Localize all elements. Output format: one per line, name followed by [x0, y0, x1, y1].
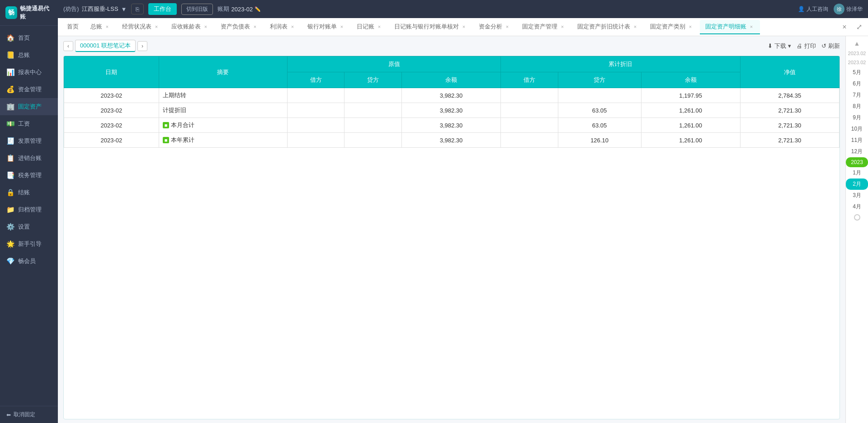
sidebar-item-sales[interactable]: 📋 进销台账 — [0, 150, 58, 167]
breadcrumb-prev-button[interactable]: ‹ — [63, 41, 73, 51]
timeline-year-badge-2023[interactable]: 2023 — [846, 157, 868, 167]
sidebar-unpin-button[interactable]: ⬅ 取消固定 — [0, 406, 58, 423]
workbench-button[interactable]: 工作台 — [148, 3, 177, 15]
tab-close-bank_stmt[interactable]: × — [339, 24, 345, 30]
company-selector[interactable]: (劝告) 江西服垂-LSS ▼ — [63, 5, 127, 13]
timeline-dot[interactable] — [854, 214, 860, 221]
tab-label-home: 首页 — [67, 23, 79, 31]
sidebar-label-settings: 设置 — [18, 223, 30, 231]
switch-version-button[interactable]: 切到旧版 — [181, 4, 213, 15]
cell-net: 2,721.30 — [740, 103, 839, 118]
cell-summary: 计提折旧 — [159, 103, 287, 118]
cell-debit2 — [501, 133, 558, 148]
company-prefix: (劝告) — [63, 5, 79, 13]
period-edit-icon[interactable]: ✏️ — [255, 6, 261, 12]
tab-close-fixed_mgmt[interactable]: × — [559, 24, 566, 30]
breadcrumb-current[interactable]: 000001 联想笔记本 — [75, 40, 136, 52]
cell-debit1 — [288, 118, 344, 133]
human-service-button[interactable]: 👤 人工咨询 — [798, 5, 828, 13]
timeline-month-3月[interactable]: 3月 — [846, 190, 868, 201]
col-debit1-header: 借方 — [288, 72, 344, 88]
col-date-header: 日期 — [64, 56, 159, 88]
expand-tabs-button[interactable]: ⤢ — [854, 22, 864, 33]
download-button[interactable]: ⬇ 下载 ▾ — [768, 42, 791, 50]
tab-journal[interactable]: 日记账× — [351, 20, 388, 34]
timeline-month-12月[interactable]: 12月 — [846, 146, 868, 157]
sidebar-label-sales: 进销台账 — [18, 154, 42, 162]
tab-ledger[interactable]: 总账× — [85, 20, 116, 34]
tab-fixed_mgmt[interactable]: 固定资产管理× — [517, 20, 571, 34]
tab-fixed_category[interactable]: 固定资产类别× — [645, 20, 699, 34]
breadcrumb-next-button[interactable]: › — [137, 41, 147, 51]
timeline-month-6月[interactable]: 6月 — [846, 78, 868, 89]
tab-reconcile[interactable]: 日记账与银行对账单核对× — [389, 20, 472, 34]
timeline-month-10月[interactable]: 10月 — [846, 123, 868, 135]
print-button[interactable]: 🖨 打印 — [797, 42, 816, 50]
sidebar-item-archive[interactable]: 📁 归档管理 — [0, 201, 58, 218]
copy-button[interactable]: ⎘ — [131, 4, 144, 14]
refresh-button[interactable]: ↺ 刷新 — [821, 42, 840, 50]
content-wrapper: ‹ 000001 联想笔记本 › ⬇ 下载 ▾ 🖨 打印 — [58, 36, 845, 423]
tab-fixed_depreciation[interactable]: 固定资产折旧统计表× — [572, 20, 644, 34]
sidebar-item-settings[interactable]: ⚙️ 设置 — [0, 218, 58, 235]
sidebar-item-close[interactable]: 🔒 结账 — [0, 184, 58, 201]
pin-icon: ⬅ — [6, 412, 11, 418]
tab-close-fixed_detail[interactable]: × — [748, 24, 755, 30]
tab-label-ledger: 总账 — [90, 23, 102, 31]
tab-close-assets_liab[interactable]: × — [252, 24, 258, 30]
sidebar-item-tax[interactable]: 📑 税务管理 — [0, 167, 58, 184]
sidebar-item-home[interactable]: 🏠 首页 — [0, 29, 58, 47]
tab-close-ledger[interactable]: × — [104, 24, 110, 30]
logo-icon: 畅 — [5, 6, 17, 19]
close-all-tabs-button[interactable]: × — [839, 22, 850, 33]
timeline-month-8月[interactable]: 8月 — [846, 101, 868, 112]
tab-receivable[interactable]: 应收账龄表× — [166, 20, 214, 34]
service-icon: 👤 — [798, 6, 805, 12]
tab-bank_stmt[interactable]: 银行对账单× — [302, 20, 350, 34]
funds-icon: 💰 — [6, 85, 14, 94]
cell-balance1: 3,982.30 — [401, 103, 500, 118]
logo-text: 畅捷通易代账 — [20, 5, 52, 21]
col-debit2-header: 借方 — [501, 72, 558, 88]
tab-close-fixed_depreciation[interactable]: × — [632, 24, 638, 30]
timeline-up-button[interactable]: ▲ — [852, 38, 862, 49]
tab-close-fund_analysis[interactable]: × — [504, 24, 510, 30]
timeline-month-9月[interactable]: 9月 — [846, 112, 868, 123]
timeline-month-4月[interactable]: 4月 — [846, 201, 868, 212]
tab-profit[interactable]: 利润表× — [264, 20, 301, 34]
sidebar-item-salary[interactable]: 💵 工资 — [0, 115, 58, 132]
tab-close-fixed_category[interactable]: × — [687, 24, 693, 30]
sidebar-item-reports[interactable]: 📊 报表中心 — [0, 64, 58, 81]
sidebar-item-fixed[interactable]: 🏢 固定资产 — [0, 98, 58, 115]
tab-close-reconcile[interactable]: × — [461, 24, 467, 30]
tab-assets_liab[interactable]: 资产负债表× — [215, 20, 264, 34]
sidebar-item-ledger[interactable]: 📒 总账 — [0, 47, 58, 64]
sidebar-item-guide[interactable]: 🌟 新手引导 — [0, 235, 58, 253]
tax-icon: 📑 — [6, 171, 14, 179]
timeline-month-11月[interactable]: 11月 — [846, 135, 868, 146]
tab-status[interactable]: 经营状况表× — [117, 20, 165, 34]
tab-close-status[interactable]: × — [153, 24, 160, 30]
table-row: 2023-02 计提折旧 3,982.30 63.05 1,261.00 2,7… — [64, 103, 840, 118]
content-area: ‹ 000001 联想笔记本 › ⬇ 下载 ▾ 🖨 打印 — [58, 36, 868, 423]
tab-home[interactable]: 首页 — [61, 20, 84, 34]
tab-close-receivable[interactable]: × — [203, 24, 209, 30]
cell-credit1 — [344, 88, 401, 103]
timeline-month-2[interactable]: 2月 — [846, 179, 868, 190]
tab-close-journal[interactable]: × — [376, 24, 382, 30]
tab-close-profit[interactable]: × — [289, 24, 296, 30]
cell-credit1 — [344, 133, 401, 148]
sidebar-item-invoice[interactable]: 🧾 发票管理 — [0, 132, 58, 150]
cell-date: 2023-02 — [64, 88, 159, 103]
sidebar-label-guide: 新手引导 — [18, 240, 42, 248]
sidebar-item-member[interactable]: 💎 畅会员 — [0, 253, 58, 270]
timeline-month-5月[interactable]: 5月 — [846, 67, 868, 78]
table-row: 2023-02 上期结转 3,982.30 1,197.95 2,784.35 — [64, 88, 840, 103]
tab-fund_analysis[interactable]: 资金分析× — [473, 20, 516, 34]
tab-fixed_detail[interactable]: 固定资产明细账× — [700, 20, 760, 34]
timeline-month-1[interactable]: 1月 — [846, 167, 868, 179]
cell-credit2 — [558, 88, 641, 103]
sidebar-item-funds[interactable]: 💰 资金管理 — [0, 81, 58, 98]
timeline-month-7月[interactable]: 7月 — [846, 89, 868, 101]
user-menu[interactable]: 徐 徐泽华 — [834, 4, 863, 14]
